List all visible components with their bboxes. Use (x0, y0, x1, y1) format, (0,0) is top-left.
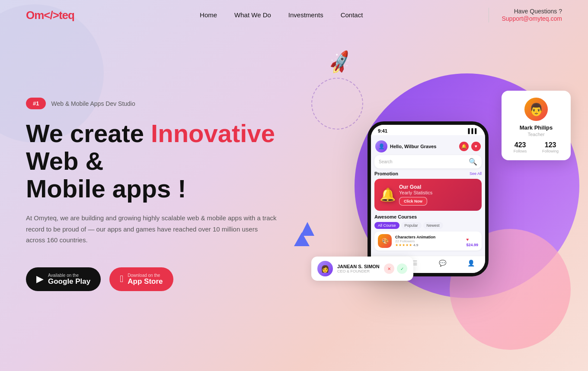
navbar: Om</>teq Home What We Do Investments Con… (0, 0, 588, 30)
profile-card: 👨 Mark Philips Teacher 423 Follows 123 F… (502, 91, 571, 160)
search-text: Search (379, 159, 393, 164)
phone-status-bar: 9:41 ▌▌▌ (371, 125, 485, 135)
logo-text: Om</>teq (26, 9, 74, 22)
dotted-circle (311, 78, 363, 130)
nav-item-home[interactable]: Home (200, 11, 217, 19)
hero-section: #1 Web & Mobile Apps Dev Studio We creat… (0, 30, 588, 350)
app-store-sub: Download on the (128, 273, 163, 278)
apple-icon:  (120, 273, 123, 285)
greeting-avatar: 👤 (375, 140, 387, 152)
following-stat: 123 Following (542, 141, 559, 153)
rocket-decoration: 🚀 (326, 49, 354, 76)
hero-right: 🚀 9:41 ▌▌▌ 👤 Hello, Wilbur Graves 🔔 ♥ (294, 65, 562, 324)
nav-link-home[interactable]: Home (200, 11, 217, 19)
promo-goal: Our Goal (399, 184, 476, 190)
course-rating: ★ ★ ★ ★ ★ 4.9 (395, 243, 463, 247)
nav-link-investments[interactable]: Investments (288, 11, 323, 19)
heading-part1: We create (26, 119, 151, 147)
google-play-main: Google Play (48, 278, 90, 285)
phone-nav-profile[interactable]: 👤 (467, 260, 475, 271)
rating-value: 4.9 (413, 243, 418, 247)
support-email[interactable]: Support@omyteq.com (502, 15, 562, 22)
course-followers: 22 Followers (395, 239, 463, 243)
greeting-icons: 🔔 ♥ (459, 142, 481, 151)
courses-header: Awesome Courses (374, 214, 482, 219)
bell-icon: 🔔 (459, 142, 469, 151)
heading-part2: Web &Mobile apps ! (26, 147, 186, 203)
phone-mockup: 9:41 ▌▌▌ 👤 Hello, Wilbur Graves 🔔 ♥ Sear… (368, 121, 489, 276)
teacher-name: JANEAN S. SIMON (337, 264, 380, 269)
promo-stats: Yearly Statistics (399, 190, 476, 195)
promotion-label: Promotion (374, 171, 398, 176)
promo-cta-button[interactable]: Click Now (399, 197, 427, 206)
google-play-sub: Available on the (48, 273, 90, 278)
app-store-main: App Store (128, 278, 163, 285)
teacher-avatar: 👩 (317, 261, 333, 276)
hero-description: At Omyteq, we are building and growing h… (26, 212, 277, 246)
courses-title: Awesome Courses (374, 214, 417, 219)
course-info: Characters Animation 22 Followers ★ ★ ★ … (395, 235, 463, 247)
google-play-button[interactable]: ▶ Available on the Google Play (26, 267, 101, 291)
following-label: Following (542, 149, 559, 153)
app-store-button[interactable]:  Download on the App Store (109, 267, 173, 291)
follows-count: 423 (514, 141, 527, 149)
logo[interactable]: Om</>teq (26, 9, 74, 22)
badge-text: Web & Mobile Apps Dev Studio (51, 100, 135, 107)
phone-time: 9:41 (378, 128, 387, 133)
heart-icon: ♥ (471, 142, 481, 151)
support-question: Have Questions ? (502, 8, 562, 15)
following-count: 123 (542, 141, 559, 149)
profile-avatar: 👨 (524, 98, 548, 121)
badge-number: #1 (26, 98, 46, 109)
search-bar[interactable]: Search 🔍 (374, 155, 482, 168)
promo-card: 🔔 Our Goal Yearly Statistics Click Now (374, 179, 482, 211)
course-avatar: 🎨 (378, 234, 392, 248)
app-store-text: Download on the App Store (128, 273, 163, 285)
nav-item-investments[interactable]: Investments (288, 11, 323, 19)
profile-nav-icon: 👤 (467, 260, 475, 266)
star-icon: ★ (406, 243, 409, 247)
star-icon: ★ (395, 243, 398, 247)
accept-button[interactable]: ✓ (397, 263, 407, 274)
hero-heading: We create Innovative Web &Mobile apps ! (26, 120, 294, 202)
teacher-info: JANEAN S. SIMON CEO & FOUNDER (337, 264, 380, 273)
svg-marker-0 (300, 222, 314, 236)
avatar-face-icon: 👨 (529, 102, 544, 117)
phone-signal: ▌▌▌ (468, 128, 478, 133)
search-icon: 🔍 (469, 158, 477, 166)
google-play-text: Available on the Google Play (48, 273, 90, 285)
teacher-role: CEO & FOUNDER (337, 269, 380, 273)
nav-item-contact[interactable]: Contact (341, 11, 363, 19)
nav-item-what-we-do[interactable]: What We Do (234, 11, 271, 19)
hero-left: #1 Web & Mobile Apps Dev Studio We creat… (26, 98, 294, 291)
tab-all-course[interactable]: All Course (374, 222, 399, 229)
blue-triangle (300, 222, 314, 238)
see-all[interactable]: See All (470, 171, 482, 176)
google-play-icon: ▶ (36, 273, 44, 285)
decline-button[interactable]: ✕ (384, 263, 394, 274)
phone-nav-chat[interactable]: 💬 (439, 260, 446, 271)
tab-popular[interactable]: Popular (401, 222, 422, 229)
follows-label: Follows (514, 149, 527, 153)
course-heart-icon: ♥ (466, 237, 469, 242)
nav-links: Home What We Do Investments Contact (200, 11, 363, 19)
star-icon: ★ (402, 243, 405, 247)
profile-name: Mark Philips (510, 124, 562, 131)
greeting-row: 👤 Hello, Wilbur Graves 🔔 ♥ (374, 139, 482, 155)
nav-link-contact[interactable]: Contact (341, 11, 363, 19)
hero-badge: #1 Web & Mobile Apps Dev Studio (26, 98, 135, 109)
chat-nav-icon: 💬 (439, 260, 446, 266)
course-tabs: All Course Popular Newest (374, 222, 482, 229)
greeting-text: Hello, Wilbur Graves (390, 144, 459, 149)
promo-content: Our Goal Yearly Statistics Click Now (399, 184, 476, 206)
profile-role: Teacher (510, 132, 562, 137)
course-item: 🎨 Characters Animation 22 Followers ★ ★ … (374, 231, 482, 251)
course-name: Characters Animation (395, 235, 463, 239)
tab-newest[interactable]: Newest (423, 222, 443, 229)
nav-link-what-we-do[interactable]: What We Do (234, 11, 271, 19)
promo-header: Promotion See All (374, 171, 482, 176)
nav-support: Have Questions ? Support@omyteq.com (489, 8, 562, 22)
cta-buttons: ▶ Available on the Google Play  Downloa… (26, 267, 294, 291)
heading-highlight: Innovative (151, 119, 275, 147)
logo-arrow: </> (44, 9, 59, 22)
